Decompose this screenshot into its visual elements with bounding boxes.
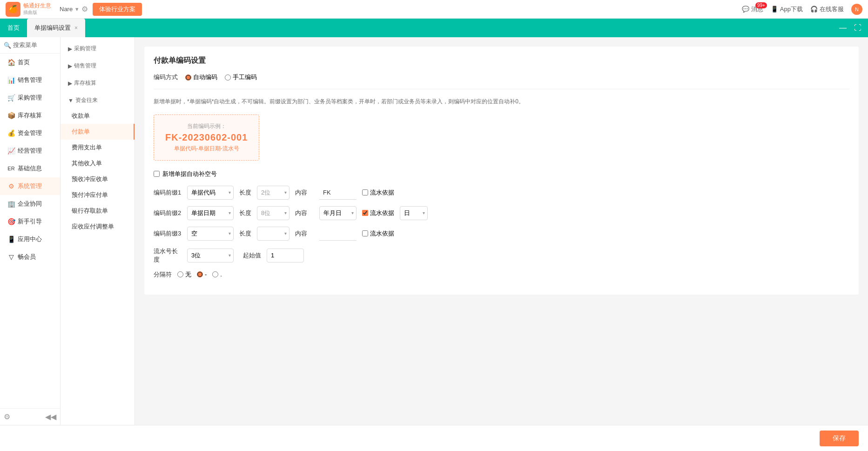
sub-group-inventory-title[interactable]: ▶ 库存核算 <box>61 75 135 91</box>
sep-none-option[interactable]: 无 <box>177 270 191 279</box>
app-download-btn[interactable]: 📱 App下载 <box>771 5 803 13</box>
prefix3-content-label: 内容 <box>295 229 314 238</box>
auto-fill-checkbox[interactable] <box>154 171 160 177</box>
prefix1-length-wrapper: 2位 ▾ <box>257 186 289 200</box>
sub-item-payment[interactable]: 付款单 <box>61 124 135 140</box>
sub-item-pre-pay[interactable]: 预付冲应付单 <box>61 187 135 203</box>
encoding-method-label: 编码方式 <box>154 73 178 81</box>
serial-start-input[interactable] <box>267 249 304 263</box>
settings-icon[interactable]: ⚙ <box>81 5 88 13</box>
prefix3-select[interactable]: 空 <box>187 227 234 241</box>
prefix1-length-label: 长度 <box>239 188 251 197</box>
sep-dot-option[interactable]: . <box>212 271 222 278</box>
prefix1-label: 编码前缀1 <box>154 188 182 197</box>
search-icon: 🔍 <box>4 42 11 49</box>
sidebar-settings-icon[interactable]: ⚙ <box>4 412 10 421</box>
sub-group-sales: ▶ 销售管理 <box>61 58 135 74</box>
sub-item-expense[interactable]: 费用支出单 <box>61 140 135 155</box>
auto-fill-row: 新增单据自动补空号 <box>154 170 849 178</box>
sidebar-item-collab[interactable]: 🏢 企业协同 <box>0 195 60 213</box>
manual-encoding-option[interactable]: 手工编码 <box>225 73 257 81</box>
prefix1-content-label: 内容 <box>295 188 314 197</box>
sub-item-bank[interactable]: 银行存取款单 <box>61 203 135 219</box>
auto-encoding-option[interactable]: 自动编码 <box>185 73 217 81</box>
sub-group-inventory: ▶ 库存核算 <box>61 75 135 91</box>
company-dropdown-icon[interactable]: ▾ <box>75 6 79 13</box>
sidebar-item-home[interactable]: 🏠 首页 <box>0 54 60 71</box>
sidebar-bottom: ⚙ ◀◀ <box>0 408 60 425</box>
sep-hyphen-radio[interactable] <box>197 271 203 277</box>
tab-encoding-settings[interactable]: 单据编码设置 × <box>27 19 85 37</box>
sidebar-item-finance[interactable]: 💰 资金管理 <box>0 124 60 142</box>
sales-icon: 📊 <box>7 76 15 84</box>
sub-group-capital-title[interactable]: ▼ 资金往来 <box>61 93 135 108</box>
prefix1-length-select[interactable]: 2位 <box>257 186 289 200</box>
industry-btn[interactable]: 体验行业方案 <box>93 3 142 16</box>
sidebar-item-base[interactable]: ER 基础信息 <box>0 160 60 177</box>
page-title: 付款单编码设置 <box>154 56 849 66</box>
sidebar-item-purchase[interactable]: 🛒 采购管理 <box>0 89 60 107</box>
sub-item-other-income[interactable]: 其他收入单 <box>61 155 135 171</box>
sep-none-radio[interactable] <box>177 271 183 277</box>
save-button[interactable]: 保存 <box>820 431 859 446</box>
prefix1-watermark-check: 流水依据 <box>362 188 394 197</box>
prefix2-select-wrapper: 单据日期 ▾ <box>187 206 234 220</box>
preview-desc: 单据代码-单据日期-流水号 <box>165 145 248 153</box>
footer-bar: 保存 <box>0 425 868 451</box>
auto-encoding-radio[interactable] <box>185 74 191 81</box>
serial-length-select[interactable]: 3位 <box>187 249 234 263</box>
sidebar-collapse-icon[interactable]: ◀◀ <box>45 412 56 421</box>
window-minimize-btn[interactable]: — <box>836 24 849 32</box>
prefix3-select-wrapper: 空 ▾ <box>187 227 234 241</box>
main-card: 付款单编码设置 编码方式 自动编码 手工编码 新增单据时，*单据编码*自动生成，… <box>144 47 859 295</box>
sub-group-capital: ▼ 资金往来 收款单 付款单 费用支出单 其他收入单 预收冲应收单 预付冲应付单… <box>61 93 135 235</box>
sub-item-ar-ap[interactable]: 应收应付调整单 <box>61 219 135 235</box>
company-selector[interactable]: Nare <box>60 6 73 13</box>
preview-code: FK-20230602-001 <box>165 132 248 143</box>
prefix2-length-select[interactable]: 8位 <box>257 206 289 220</box>
sub-item-pre-receive[interactable]: 预收冲应收单 <box>61 171 135 187</box>
sep-dot-radio[interactable] <box>212 271 218 277</box>
tab-close-icon[interactable]: × <box>74 25 78 31</box>
prefix3-watermark-checkbox[interactable] <box>362 230 368 236</box>
sidebar-item-sales[interactable]: 📊 销售管理 <box>0 71 60 89</box>
sidebar-item-system[interactable]: ⚙ 系统管理 <box>0 177 60 195</box>
sub-item-receipt[interactable]: 收款单 <box>61 108 135 124</box>
sidebar-search[interactable]: 🔍 搜索菜单 <box>0 37 60 54</box>
home-icon: 🏠 <box>7 59 15 66</box>
auto-fill-label: 新增单据自动补空号 <box>162 170 217 178</box>
encoding-radio-group: 自动编码 手工编码 <box>185 73 257 81</box>
prefix2-unit-wrapper: 日 ▾ <box>400 206 428 220</box>
logo-app-name: 畅通好生意 <box>23 2 51 9</box>
sep-hyphen-option[interactable]: - <box>197 271 207 278</box>
sidebar-item-guide[interactable]: 🎯 新手引导 <box>0 213 60 230</box>
prefix2-select[interactable]: 单据日期 <box>187 206 234 220</box>
prefix1-select[interactable]: 单据代码 <box>187 186 234 200</box>
prefix2-unit-select[interactable]: 日 <box>400 206 428 220</box>
prefix3-watermark-label: 流水依据 <box>370 229 394 238</box>
prefix2-content-select[interactable]: 年月日 <box>319 206 357 220</box>
sidebar-item-member[interactable]: ▽ 畅会员 <box>0 248 60 266</box>
service-btn[interactable]: 🎧 在线客服 <box>810 5 844 13</box>
finance-icon: 💰 <box>7 129 15 137</box>
serial-start-label: 起始值 <box>243 251 261 260</box>
message-btn[interactable]: 💬 消息 99+ <box>742 5 763 13</box>
sidebar-item-operation[interactable]: 📈 经营管理 <box>0 142 60 160</box>
sub-group-sales-title[interactable]: ▶ 销售管理 <box>61 58 135 74</box>
tab-home[interactable]: 首页 <box>0 19 27 37</box>
sub-group-purchase-title[interactable]: ▶ 采购管理 <box>61 41 135 56</box>
nav-tabs: 首页 单据编码设置 × — ⛶ <box>0 19 868 37</box>
user-avatar[interactable]: N <box>851 4 862 15</box>
logo-badge: 插曲版 <box>23 9 51 16</box>
logo-icon: 🍊 <box>6 2 20 17</box>
prefix3-length-select[interactable] <box>257 227 289 241</box>
window-maximize-btn[interactable]: ⛶ <box>851 24 864 32</box>
sub-group-arrow-inventory: ▶ <box>68 80 72 87</box>
sidebar-item-apps[interactable]: 📱 应用中心 <box>0 230 60 248</box>
prefix2-watermark-checkbox[interactable] <box>362 210 368 216</box>
manual-encoding-radio[interactable] <box>225 74 231 81</box>
top-bar-left: 🍊 畅通好生意 插曲版 Nare ▾ ⚙ 体验行业方案 <box>6 2 142 17</box>
sub-group-arrow-purchase: ▶ <box>68 46 72 52</box>
prefix1-watermark-checkbox[interactable] <box>362 189 368 195</box>
sidebar-item-inventory[interactable]: 📦 库存核算 <box>0 107 60 124</box>
